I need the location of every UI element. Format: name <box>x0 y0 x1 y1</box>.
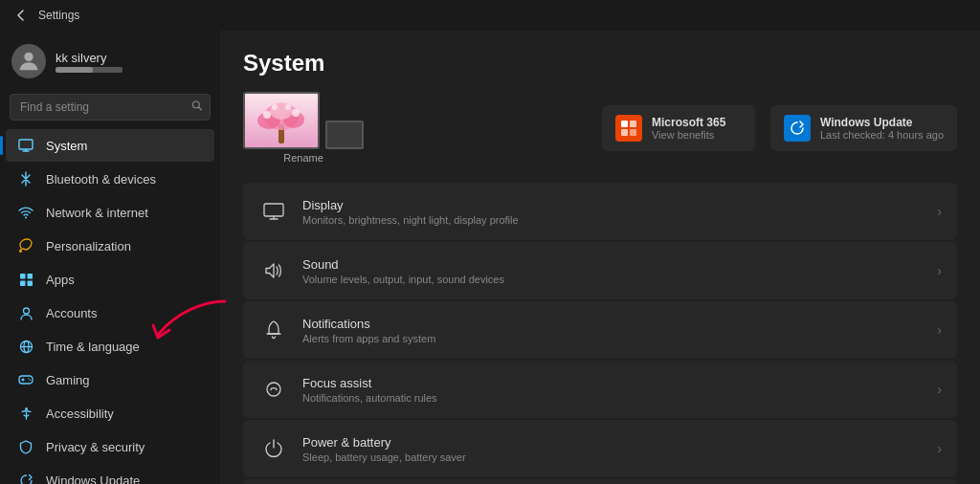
sidebar-item-gaming[interactable]: Gaming <box>6 363 214 396</box>
ms365-tile-text: Microsoft 365 View benefits <box>652 116 725 141</box>
globe-icon <box>17 338 34 355</box>
svg-point-21 <box>25 407 28 410</box>
sidebar-label-accounts: Accounts <box>46 306 97 320</box>
svg-rect-34 <box>630 121 636 127</box>
sound-icon <box>258 255 289 286</box>
sidebar-label-personalization: Personalization <box>46 239 131 253</box>
settings-row-notifications[interactable]: Notifications Alerts from apps and syste… <box>243 301 957 359</box>
svg-rect-36 <box>630 129 636 136</box>
wu-title: Windows Update <box>820 116 944 129</box>
notifications-title: Notifications <box>302 317 937 331</box>
settings-row-sound[interactable]: Sound Volume levels, output, input, soun… <box>243 242 957 299</box>
user-info: kk silvery <box>56 51 122 73</box>
top-right-tiles: Microsoft 365 View benefits Windows Upda… <box>602 105 957 151</box>
sidebar-label-accessibility: Accessibility <box>46 407 114 421</box>
game-icon <box>17 371 34 388</box>
svg-point-12 <box>23 308 29 314</box>
main-layout: kk silvery <box>0 31 980 484</box>
user-profile[interactable]: kk silvery <box>0 31 220 90</box>
ms365-icon <box>615 115 642 142</box>
monitor-wallpaper <box>245 94 318 147</box>
svg-rect-9 <box>27 274 33 279</box>
svg-point-7 <box>19 250 22 253</box>
search-input[interactable] <box>10 94 211 121</box>
monitor-secondary[interactable] <box>325 121 364 149</box>
monitor-wrapper: Rename <box>243 92 364 164</box>
sound-chevron: › <box>937 263 942 278</box>
focus-icon <box>258 374 289 405</box>
svg-point-31 <box>272 104 278 110</box>
sidebar-label-system: System <box>46 139 87 153</box>
ms365-tile[interactable]: Microsoft 365 View benefits <box>602 105 755 151</box>
sidebar-item-network[interactable]: Network & internet <box>6 196 214 229</box>
paint-icon <box>17 237 34 254</box>
sidebar-item-apps[interactable]: Apps <box>6 263 214 296</box>
power-icon <box>258 433 289 464</box>
sidebar-item-system[interactable]: System <box>6 129 214 162</box>
wu-icon <box>784 115 811 142</box>
nav-list: System Bluetooth & devices <box>0 128 220 484</box>
svg-rect-10 <box>20 280 26 286</box>
back-button[interactable] <box>11 6 31 25</box>
wifi-icon <box>17 204 34 221</box>
monitor-display-secondary <box>325 121 364 149</box>
display-icon <box>258 196 289 227</box>
user-icon <box>17 304 34 321</box>
display-text: Display Monitors, brightness, night ligh… <box>302 198 937 226</box>
sidebar-label-network: Network & internet <box>46 206 148 220</box>
focus-title: Focus assist <box>302 376 937 390</box>
focus-desc: Notifications, automatic rules <box>302 392 937 404</box>
user-name: kk silvery <box>56 51 122 65</box>
titlebar-title: Settings <box>38 9 79 22</box>
svg-point-6 <box>25 217 27 219</box>
settings-list: Display Monitors, brightness, night ligh… <box>243 183 957 484</box>
shield-icon <box>17 438 34 455</box>
sidebar-item-time[interactable]: Time & language <box>6 330 214 363</box>
power-chevron: › <box>937 441 942 456</box>
svg-point-0 <box>24 53 33 61</box>
user-progress-bar <box>56 67 122 73</box>
sidebar-item-bluetooth[interactable]: Bluetooth & devices <box>6 163 214 195</box>
svg-point-30 <box>292 109 300 117</box>
svg-rect-8 <box>20 274 26 279</box>
sidebar-label-update: Windows Update <box>46 473 140 485</box>
settings-row-storage[interactable]: Storage Storage space, drives, configura… <box>243 479 957 484</box>
settings-row-power[interactable]: Power & battery Sleep, battery usage, ba… <box>243 420 957 477</box>
wu-tile[interactable]: Windows Update Last checked: 4 hours ago <box>770 105 957 151</box>
svg-rect-3 <box>19 140 33 149</box>
display-desc: Monitors, brightness, night light, displ… <box>302 214 937 226</box>
settings-row-focus[interactable]: Focus assist Notifications, automatic ru… <box>243 361 957 418</box>
svg-rect-33 <box>621 121 628 127</box>
svg-point-19 <box>28 378 29 379</box>
sidebar-item-personalization[interactable]: Personalization <box>6 230 214 262</box>
svg-point-32 <box>285 104 291 110</box>
top-section: Rename Microsoft 365 View <box>243 92 957 164</box>
sidebar-item-update[interactable]: Windows Update <box>6 464 214 484</box>
monitor-main[interactable] <box>243 92 320 149</box>
update-icon <box>17 472 34 484</box>
sidebar-item-privacy[interactable]: Privacy & security <box>6 430 214 463</box>
notifications-desc: Alerts from apps and system <box>302 333 937 344</box>
sidebar-item-accounts[interactable]: Accounts <box>6 297 214 329</box>
svg-point-20 <box>30 380 31 381</box>
bluetooth-icon <box>17 170 34 187</box>
search-box <box>10 94 211 121</box>
focus-chevron: › <box>937 382 942 397</box>
monitor-display-main <box>243 92 320 149</box>
apps-icon <box>17 271 34 288</box>
rename-label: Rename <box>283 152 323 164</box>
svg-rect-11 <box>27 280 33 286</box>
access-icon <box>17 405 34 422</box>
svg-point-29 <box>263 111 271 119</box>
ms365-title: Microsoft 365 <box>652 116 725 129</box>
sound-title: Sound <box>302 257 937 272</box>
sidebar-item-accessibility[interactable]: Accessibility <box>6 397 214 429</box>
wu-subtitle: Last checked: 4 hours ago <box>820 129 944 141</box>
wu-tile-text: Windows Update Last checked: 4 hours ago <box>820 116 944 141</box>
settings-row-display[interactable]: Display Monitors, brightness, night ligh… <box>243 183 957 240</box>
display-chevron: › <box>937 204 942 219</box>
notifications-text: Notifications Alerts from apps and syste… <box>302 317 937 344</box>
sidebar: kk silvery <box>0 31 220 484</box>
ms365-subtitle: View benefits <box>652 129 725 141</box>
content-area: System <box>220 31 980 484</box>
